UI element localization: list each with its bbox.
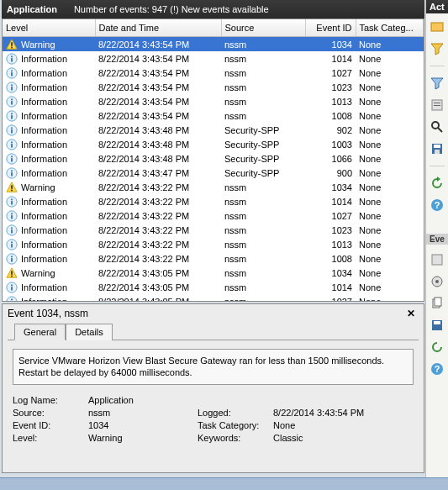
col-datetime[interactable]: Date and Time	[95, 19, 221, 37]
table-row[interactable]: Information8/22/2014 3:43:22 PMnssm1013N…	[3, 237, 424, 251]
tab-details[interactable]: Details	[66, 324, 113, 340]
svg-rect-32	[11, 201, 13, 204]
table-row[interactable]: Warning8/22/2014 3:43:05 PMnssm1034None	[3, 266, 424, 280]
cell-source: nssm	[221, 180, 305, 194]
event-actions-header: Eve	[426, 234, 448, 245]
svg-rect-65	[435, 150, 440, 154]
cell-level: Information	[21, 111, 67, 121]
table-row[interactable]: Information8/22/2014 3:43:05 PMnssm1014N…	[3, 280, 424, 294]
svg-rect-15	[11, 115, 13, 119]
svg-text:?: ?	[435, 200, 440, 210]
prop-taskcat: None	[273, 420, 414, 430]
event-table-wrap[interactable]: Level Date and Time Source Event ID Task…	[2, 18, 424, 302]
table-row[interactable]: Information8/22/2014 3:43:54 PMnssm1027N…	[3, 66, 424, 80]
open-log-icon[interactable]	[430, 20, 444, 34]
table-row[interactable]: Information8/22/2014 3:43:54 PMnssm1013N…	[3, 94, 424, 108]
svg-rect-6	[11, 72, 13, 76]
table-row[interactable]: Warning8/22/2014 3:43:22 PMnssm1034None	[3, 180, 424, 194]
col-level[interactable]: Level	[3, 19, 95, 37]
cell-taskcat: None	[356, 94, 424, 108]
cell-source: Security-SPP	[221, 151, 305, 166]
svg-rect-28	[11, 170, 13, 171]
table-row[interactable]: Information8/22/2014 3:43:47 PMSecurity-…	[3, 166, 424, 180]
find-icon[interactable]	[430, 120, 444, 134]
table-row[interactable]: Information8/22/2014 3:43:22 PMnssm1008N…	[3, 251, 424, 266]
cell-datetime: 8/22/2014 3:43:22 PM	[95, 251, 221, 266]
cell-eventid: 1008	[305, 251, 356, 266]
svg-rect-44	[11, 258, 13, 261]
attach-task-icon[interactable]	[430, 275, 444, 288]
column-header-row[interactable]: Level Date and Time Source Event ID Task…	[3, 19, 424, 37]
table-row[interactable]: Warning8/22/2014 3:43:54 PMnssm1034None	[3, 37, 424, 52]
cell-taskcat: None	[356, 123, 424, 137]
cell-source: nssm	[221, 208, 305, 223]
cell-datetime: 8/22/2014 3:43:54 PM	[95, 51, 221, 66]
event-summary: Number of events: 947 (!) New events ava…	[74, 4, 269, 14]
copy-icon[interactable]	[430, 297, 444, 310]
cell-source: nssm	[221, 37, 305, 52]
cell-datetime: 8/22/2014 3:43:05 PM	[95, 294, 221, 302]
svg-rect-45	[11, 256, 13, 257]
table-row[interactable]: Information8/22/2014 3:43:22 PMnssm1023N…	[3, 223, 424, 237]
cell-taskcat: None	[356, 194, 424, 208]
table-row[interactable]: Information8/22/2014 3:43:54 PMnssm1008N…	[3, 108, 424, 123]
table-row[interactable]: Information8/22/2014 3:43:54 PMnssm1014N…	[3, 51, 424, 66]
close-icon[interactable]: ✕	[403, 308, 419, 319]
table-row[interactable]: Information8/22/2014 3:43:05 PMnssm1027N…	[3, 294, 424, 302]
cell-datetime: 8/22/2014 3:43:22 PM	[95, 194, 221, 208]
cell-source: nssm	[221, 280, 305, 294]
info-icon	[6, 196, 18, 208]
col-taskcat[interactable]: Task Categ...	[356, 19, 424, 37]
table-row[interactable]: Information8/22/2014 3:43:48 PMSecurity-…	[3, 123, 424, 137]
svg-rect-46	[11, 271, 13, 274]
svg-rect-50	[11, 284, 13, 286]
svg-rect-72	[435, 298, 441, 306]
cell-source: Security-SPP	[221, 137, 305, 151]
refresh2-icon[interactable]	[430, 340, 444, 354]
cell-datetime: 8/22/2014 3:43:54 PM	[95, 94, 221, 108]
info-icon	[6, 82, 18, 93]
cell-level: Information	[21, 297, 67, 303]
action-pane: Act ? Eve ?	[425, 0, 448, 490]
event-properties: Log Name: Application Source: nssm Logge…	[13, 395, 414, 443]
table-row[interactable]: Information8/22/2014 3:43:22 PMnssm1027N…	[3, 208, 424, 223]
table-row[interactable]: Information8/22/2014 3:43:48 PMSecurity-…	[3, 151, 424, 166]
save-event-icon[interactable]	[430, 319, 444, 332]
cell-taskcat: None	[356, 223, 424, 237]
table-row[interactable]: Information8/22/2014 3:43:22 PMnssm1014N…	[3, 194, 424, 208]
svg-point-70	[435, 280, 439, 283]
svg-rect-21	[11, 144, 13, 147]
properties-icon[interactable]	[430, 98, 444, 112]
cell-datetime: 8/22/2014 3:43:54 PM	[95, 66, 221, 80]
cell-eventid: 1034	[305, 37, 356, 52]
cell-level: Information	[21, 240, 67, 250]
event-properties-icon[interactable]	[430, 253, 444, 266]
help-icon[interactable]: ?	[430, 198, 444, 212]
table-row[interactable]: Information8/22/2014 3:43:54 PMnssm1023N…	[3, 80, 424, 94]
save-icon[interactable]	[430, 142, 444, 155]
table-row[interactable]: Information8/22/2014 3:43:48 PMSecurity-…	[3, 137, 424, 151]
svg-rect-60	[434, 105, 440, 106]
prop-keywords-label: Keywords:	[198, 433, 273, 443]
cell-source: nssm	[221, 66, 305, 80]
filter2-icon[interactable]	[430, 76, 444, 90]
svg-line-62	[438, 128, 442, 132]
cell-eventid: 1027	[305, 208, 356, 223]
cell-taskcat: None	[356, 237, 424, 251]
refresh-icon[interactable]	[430, 177, 444, 190]
prop-logname: Application	[88, 395, 198, 405]
cell-datetime: 8/22/2014 3:43:48 PM	[95, 151, 221, 166]
filter-icon[interactable]	[430, 42, 444, 55]
cell-level: Information	[21, 125, 67, 135]
tab-general[interactable]: General	[14, 324, 66, 340]
col-eventid[interactable]: Event ID	[305, 19, 356, 37]
col-source[interactable]: Source	[221, 19, 305, 37]
info-icon	[6, 282, 18, 293]
help2-icon[interactable]: ?	[430, 362, 444, 376]
cell-datetime: 8/22/2014 3:43:05 PM	[95, 266, 221, 280]
svg-rect-4	[11, 55, 13, 57]
cell-eventid: 1008	[305, 108, 356, 123]
info-icon	[6, 124, 18, 136]
cell-eventid: 1014	[305, 280, 356, 294]
cell-taskcat: None	[356, 66, 424, 80]
